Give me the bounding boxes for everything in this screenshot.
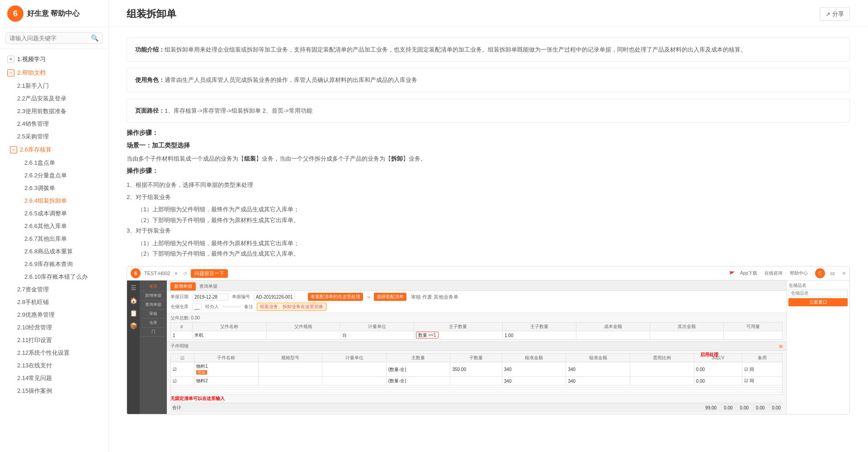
ss-annotation1-text: 有装配清单的在这里处理 — [308, 293, 363, 301]
ss-footer-val2: 0.00 — [724, 405, 732, 410]
ss-upper-table: # 父件名称 父件规格 计量单位 主子数量 主子数量 成本金额 其次金额 可用量 — [170, 322, 783, 340]
ss-sidebar-icon1: ☰ — [129, 282, 138, 293]
btr2-op: ☑ 同 — [742, 377, 782, 385]
ss-company: TEST-H002 — [144, 271, 170, 276]
sidebar-item-2-6-1[interactable]: 2.6.1盘点单 — [24, 157, 108, 169]
sidebar-item-inventory[interactable]: − 2.6库存核算 — [10, 143, 108, 157]
sidebar-item-cases[interactable]: 2.15操作案例 — [17, 385, 108, 397]
ss-main-doc: 新增单据 查询单据 单据日期 2019-12-28 单据编号 AD-201912… — [167, 281, 786, 414]
ss-operator-field[interactable] — [222, 306, 241, 308]
nav-section-1: + 1.视频学习 — [0, 52, 108, 66]
ss-select-bom-btn[interactable]: 选择装配清单 — [374, 293, 406, 301]
sidebar-item-finance[interactable]: 2.7资金管理 — [17, 283, 108, 296]
ss-remark-label: 备注 — [244, 304, 253, 310]
sidebar-item-mgmt[interactable]: 2.10经营管理 — [17, 321, 108, 334]
sidebar-item-print[interactable]: 2.11打印设置 — [17, 334, 108, 347]
sidebar-item-mobile[interactable]: 2.8手机旺铺 — [17, 296, 108, 309]
sidebar-item-dataprep[interactable]: 2.3使用前数据准备 — [17, 105, 108, 118]
ss-confirm-btn[interactable]: 立案窗口 — [788, 298, 848, 306]
search-input[interactable] — [9, 35, 91, 42]
sidebar-item-2-6-7[interactable]: 2.6.7其他出库单 — [24, 233, 108, 245]
sidebar-item-newcomer[interactable]: 2.1新手入门 — [17, 80, 108, 92]
search-icon[interactable]: 🔍 — [91, 34, 99, 42]
ss-menu-item-1: 首页 — [142, 282, 165, 291]
btr1-qty1: (数量-全) — [386, 362, 450, 377]
td-num: 1 — [171, 331, 193, 340]
expand-icon-1: + — [7, 56, 14, 63]
sidebar-item-label-2: 2.帮助文档 — [17, 69, 46, 77]
sidebar-item-purchase[interactable]: 2.5采购管理 — [17, 130, 108, 143]
ss-date-field[interactable]: 2019-12-28 — [192, 294, 228, 300]
scene1-desc: 当由多个子件材料组装成一个成品的业务为【组装】业务，当由一个父件拆分成多个子产品… — [127, 153, 850, 164]
share-button[interactable]: ↗ 分享 — [820, 7, 850, 21]
ss-avatar: C — [815, 268, 825, 278]
bth-op: 备用 — [742, 354, 782, 362]
sidebar-item-2-6-2[interactable]: 2.6.2分量盘点单 — [24, 169, 108, 182]
ss-menu-item-5: 仓库 — [142, 319, 165, 328]
td-qty1-field[interactable]: 数量 >=1 — [416, 332, 439, 338]
td-name: 米机 — [193, 331, 266, 340]
step2-sub2: （2）下部明细为子件明细，最终作为原材料生成其它出库单。 — [137, 215, 850, 225]
logo-icon: 6 — [7, 5, 24, 22]
ss-tab-new[interactable]: 新增单据 — [170, 282, 196, 290]
bth-check: ☑ — [171, 354, 194, 362]
sidebar-item-2-6-10[interactable]: 2.6.10库存账本错了么办 — [24, 271, 108, 283]
sidebar-item-2-6-4[interactable]: 2.6.4组装拆卸单 — [24, 195, 108, 207]
th-cost2: 其次金额 — [650, 323, 724, 331]
ss-tab-query[interactable]: 查询单据 — [196, 282, 221, 290]
sidebar-item-helpdocs[interactable]: − 2.帮助文档 — [0, 66, 108, 80]
sidebar-item-system[interactable]: 2.12系统个性化设置 — [17, 347, 108, 359]
btr2-unit — [322, 377, 387, 385]
ss-expand-icon[interactable]: ⊞ — [779, 344, 783, 349]
ss-username: cc — [830, 271, 835, 276]
bth-unit: 计量单位 — [322, 354, 387, 362]
nav-section-2-6: − 2.6库存核算 2.6.1盘点单 2.6.2分量盘点单 2.6.3调拨单 2… — [17, 143, 108, 283]
ss-warehouse-select[interactable]: __ — [192, 304, 202, 310]
ss-upper-table-area: 父件总数: 0.00 # 父件名称 父件规格 计量单位 主子数量 主 — [167, 313, 786, 342]
sidebar-item-2-6-8[interactable]: 2.6.8商品成本重算 — [24, 245, 108, 258]
ss-upper-label: 父件总数: 0.00 — [170, 315, 200, 321]
search-box: 🔍 — [5, 32, 103, 44]
step2: 2、对于组装业务 — [127, 192, 850, 202]
sidebar-item-sales[interactable]: 2.4销售管理 — [17, 118, 108, 130]
path-block: 页面路径：1、库存核算->库存管理->组装拆卸单 2、首页->常用功能 — [127, 99, 850, 123]
td-avail — [724, 331, 783, 340]
sidebar-item-2-6-9[interactable]: 2.6.9库存账本查询 — [24, 258, 108, 271]
ss-upper-table-body: 1 米机 台 数量 >=1 1.00 — [171, 331, 783, 340]
main-header: 组装拆卸单 ↗ 分享 — [108, 0, 868, 27]
ss-footer-val5: 0.00 — [772, 405, 781, 410]
btr1-qty2: 350.00 — [450, 362, 502, 377]
bth-spec: 规格型号 — [258, 354, 322, 362]
btr1-amt2: 340 — [566, 362, 630, 377]
sidebar-item-coupon[interactable]: 2.9优惠券管理 — [17, 309, 108, 321]
ss-logo: 6 — [131, 268, 141, 278]
path-label: 页面路径：1、库存核算->库存管理->组装拆卸单 2、首页->常用功能 — [135, 107, 312, 114]
ss-footer: 合计 99.00 0.00 0.00 0.00 0.00 — [170, 403, 783, 412]
th-qty2: 主子数量 — [503, 323, 576, 331]
ss-arrow1: → — [366, 294, 371, 300]
sidebar-item-video[interactable]: + 1.视频学习 — [0, 52, 108, 66]
btr2-qty2 — [450, 377, 502, 385]
role-label: 使用角色：通常由生产人员或库管人员完成拆装业务的操作，库管人员确认原材料的出库和… — [135, 76, 417, 83]
sidebar-item-install[interactable]: 2.2产品安装及登录 — [17, 92, 108, 105]
sidebar-item-2-6-5[interactable]: 2.6.5成本调整单 — [24, 207, 108, 220]
step3-sub1: （1）上部明细为父件明细，最终作为原材料生成其它出库单； — [137, 238, 850, 248]
scene1-title: 场景一：加工类型选择 — [127, 142, 850, 150]
ss-form-row2: 仓储仓库 __ 经办人 备注 组装业务、拆卸业务在这里切换 — [170, 303, 783, 311]
sidebar-item-payment[interactable]: 2.13在线支付 — [17, 359, 108, 372]
btr1-amt1: 340 — [502, 362, 566, 377]
sidebar-item-faq[interactable]: 2.14常见问题 — [17, 372, 108, 385]
ss-close-icon: × — [842, 270, 846, 277]
ss-annotation4: 无固定清单可以在这里输入 — [170, 395, 783, 402]
ss-right-input[interactable] — [788, 290, 848, 296]
ss-btn-message[interactable]: 问题留言一下 — [191, 269, 228, 278]
ss-upper-table-header: 父件总数: 0.00 — [170, 315, 783, 321]
ss-no-field[interactable]: AD-20191226-001 — [254, 294, 295, 300]
sidebar-item-2-6-6[interactable]: 2.6.6其他入库单 — [24, 220, 108, 233]
sidebar-item-2-6-3[interactable]: 2.6.3调拨单 — [24, 182, 108, 195]
content-area: 功能介绍：组装拆卸单用来处理企业组装或拆卸等加工业务，支持有固定装配清单的产品加… — [108, 27, 868, 452]
ss-upper-table-head: # 父件名称 父件规格 计量单位 主子数量 主子数量 成本金额 其次金额 可用量 — [171, 323, 783, 331]
ss-tabs: 新增单据 查询单据 — [167, 281, 786, 291]
share-icon: ↗ — [826, 11, 830, 18]
table-header-row: # 父件名称 父件规格 计量单位 主子数量 主子数量 成本金额 其次金额 可用量 — [171, 323, 783, 331]
